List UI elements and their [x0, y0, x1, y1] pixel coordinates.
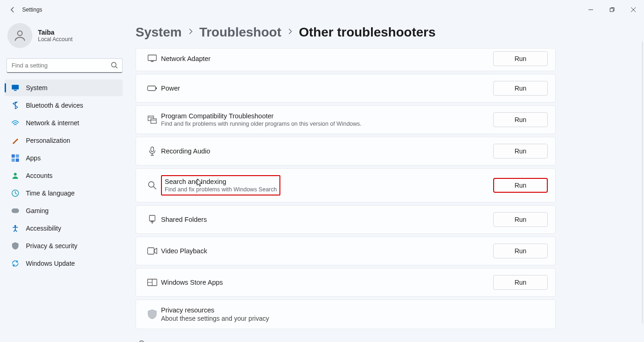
sidebar-item-accounts[interactable]: Accounts [5, 167, 123, 184]
svg-rect-6 [16, 154, 19, 158]
store-apps-icon [145, 279, 159, 286]
run-button[interactable]: Run [493, 81, 548, 96]
troubleshooter-compat[interactable]: Program Compatibility Troubleshooter Fin… [136, 105, 556, 134]
bluetooth-icon [11, 102, 19, 109]
titlebar: Settings [0, 0, 644, 19]
svg-rect-0 [610, 8, 613, 12]
troubleshooter-network-adapter[interactable]: Network Adapter Run [136, 48, 556, 71]
svg-rect-15 [156, 87, 157, 89]
mic-icon [145, 147, 159, 156]
get-help-link[interactable]: Get help [136, 329, 634, 342]
run-button[interactable]: Run [493, 244, 548, 258]
chevron-right-icon [187, 28, 194, 37]
troubleshooter-video-playback[interactable]: Video Playback Run [136, 237, 556, 265]
scrollbar[interactable] [642, 42, 643, 324]
system-icon [11, 85, 19, 91]
troubleshooter-title: Video Playback [161, 247, 207, 255]
search-input[interactable] [6, 58, 123, 73]
run-button[interactable]: Run [493, 112, 548, 127]
svg-rect-18 [151, 147, 154, 152]
chevron-right-icon [287, 28, 293, 37]
highlight-text-box: Search and Indexing Find and fix problem… [161, 175, 280, 195]
svg-rect-3 [12, 85, 19, 90]
run-button[interactable]: Run [493, 51, 548, 66]
sidebar-item-label: Apps [26, 154, 41, 162]
breadcrumb-current: Other troubleshooters [299, 25, 436, 40]
personalization-icon [11, 137, 19, 144]
sidebar-item-label: Privacy & security [26, 242, 77, 250]
sidebar-item-accessibility[interactable]: Accessibility [5, 220, 123, 237]
network-adapter-icon [145, 55, 159, 63]
troubleshooter-shared-folders[interactable]: Shared Folders Run [136, 205, 556, 234]
troubleshooter-title: Recording Audio [161, 147, 210, 155]
breadcrumb-system[interactable]: System [136, 25, 182, 40]
battery-icon [145, 85, 159, 92]
troubleshooter-desc: Find and fix problems with running older… [161, 121, 362, 127]
svg-rect-5 [12, 154, 15, 158]
svg-point-12 [14, 225, 16, 227]
sidebar-item-time[interactable]: Time & language [5, 185, 123, 202]
minimize-button[interactable] [580, 3, 601, 17]
sidebar-item-personalization[interactable]: Personalization [5, 132, 123, 149]
search-wrap [6, 58, 123, 73]
sidebar-item-gaming[interactable]: Gaming [5, 202, 123, 219]
sidebar-item-label: Personalization [26, 137, 70, 144]
troubleshooter-desc: Find and fix problems with Windows Searc… [165, 186, 277, 193]
svg-point-1 [18, 31, 22, 36]
troubleshooter-power[interactable]: Power Run [136, 74, 556, 103]
close-button[interactable] [623, 3, 644, 17]
privacy-resources-panel[interactable]: Privacy resources About these settings a… [136, 299, 556, 329]
sidebar-item-privacy[interactable]: Privacy & security [5, 238, 123, 254]
sidebar-item-label: Time & language [26, 189, 74, 197]
avatar [7, 23, 32, 48]
troubleshooter-title: Network Adapter [161, 55, 211, 62]
update-icon [11, 260, 19, 267]
sidebar-item-label: System [26, 84, 48, 92]
troubleshooter-recording-audio[interactable]: Recording Audio Run [136, 137, 556, 165]
svg-rect-4 [14, 90, 17, 91]
run-button[interactable]: Run [493, 144, 548, 159]
compat-icon [145, 116, 159, 124]
svg-point-9 [14, 173, 17, 176]
apps-icon [11, 154, 19, 162]
sidebar-item-bluetooth[interactable]: Bluetooth & devices [5, 97, 123, 114]
sidebar-item-label: Accessibility [26, 225, 61, 232]
video-icon [145, 247, 159, 255]
run-button[interactable]: Run [493, 275, 548, 290]
sidebar-item-network[interactable]: Network & internet [5, 115, 123, 131]
content-area: System Troubleshoot Other troubleshooter… [127, 19, 644, 342]
app-title: Settings [22, 6, 42, 13]
profile-sub: Local Account [38, 36, 73, 43]
svg-rect-7 [12, 159, 15, 162]
sidebar-item-apps[interactable]: Apps [5, 150, 123, 166]
troubleshooter-store-apps[interactable]: Windows Store Apps Run [136, 268, 556, 297]
privacy-desc: About these settings and your privacy [161, 315, 269, 322]
sidebar-item-update[interactable]: Windows Update [5, 255, 123, 272]
svg-point-2 [111, 62, 116, 67]
svg-rect-17 [151, 119, 156, 123]
troubleshooter-title: Windows Store Apps [161, 279, 223, 286]
sidebar-item-system[interactable]: System [5, 79, 123, 96]
svg-rect-21 [148, 248, 154, 254]
run-button[interactable]: Run [493, 212, 548, 227]
profile-name: Taiba [38, 29, 73, 36]
maximize-button[interactable] [601, 3, 623, 17]
sidebar-item-label: Bluetooth & devices [26, 102, 83, 109]
svg-rect-20 [149, 215, 155, 221]
profile-block[interactable]: Taiba Local Account [4, 19, 127, 56]
sidebar-item-label: Network & internet [26, 119, 79, 127]
breadcrumb-troubleshoot[interactable]: Troubleshoot [199, 25, 281, 40]
accounts-icon [11, 172, 19, 179]
run-button[interactable]: Run [493, 178, 548, 193]
troubleshooter-search-indexing[interactable]: Search and Indexing Find and fix problem… [136, 168, 556, 202]
sidebar-item-label: Windows Update [26, 260, 75, 267]
privacy-icon [11, 242, 19, 250]
back-button[interactable] [6, 6, 19, 13]
svg-rect-11 [12, 208, 19, 213]
search-icon [145, 181, 159, 190]
accessibility-icon [11, 225, 19, 232]
shared-folders-icon [145, 215, 159, 224]
troubleshooter-title: Shared Folders [161, 216, 207, 223]
search-icon [111, 61, 118, 71]
gaming-icon [11, 208, 19, 214]
